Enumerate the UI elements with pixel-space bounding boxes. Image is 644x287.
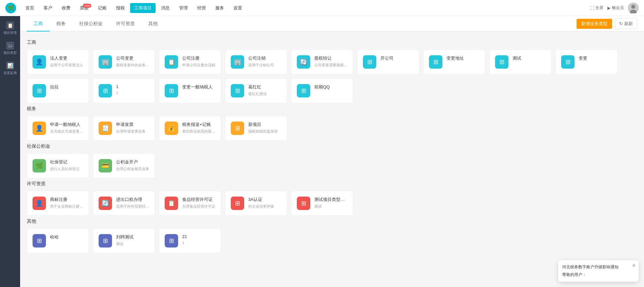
card-icon-3a-cert: ⊞ [231, 197, 244, 210]
nav-item-manage[interactable]: 管理 [175, 3, 192, 13]
card-num21[interactable]: ⊞211 [159, 228, 221, 253]
card-title-trademark: 商标注册 [50, 197, 83, 203]
card-pre-qq[interactable]: ⊞前期QQ [291, 78, 353, 103]
card-num1[interactable]: ⊞11 [93, 78, 155, 103]
nav-item-settings[interactable]: 设置 [229, 3, 246, 13]
sidebar-label-project-type: 项目类型 [3, 51, 17, 55]
card-title-test1: 测试 [513, 55, 546, 61]
page-content: 工商👤法人变更适用于公司变更法人🏢公司变更股权变更外的业务变更📋公司注册申请公司… [20, 31, 644, 261]
nav-item-ledger[interactable]: 记账 [94, 3, 111, 13]
sidebar-icon-progress: 📊 [6, 62, 14, 70]
card-info-fund-open: 公积金开户办理公积金相关业务 [116, 159, 149, 171]
card-desc-num21: 1 [182, 240, 215, 245]
card-info-food-license: 食品经营许可证办理食品经营许可证 [182, 197, 215, 209]
sidebar: 📋项目管理🗂项目类型📊进度监测 [0, 16, 20, 287]
svg-text:🌿: 🌿 [7, 5, 14, 11]
card-icon-change-taxpayer: ⊞ [165, 84, 178, 97]
card-trademark[interactable]: 👤商标注册用于企业商标注册服务 [27, 191, 89, 216]
nav-item-billing[interactable]: 收费 [58, 3, 74, 13]
card-mohong[interactable]: ⊞葛红红葛红红测试 [225, 78, 287, 103]
card-title-new-project: 新项目 [248, 122, 281, 128]
fullscreen-btn[interactable]: ⛶ 全屏 [590, 5, 603, 11]
card-info-social-register: 社保登记进行人员社保登记 [50, 159, 83, 171]
card-icon-num21: ⊞ [165, 234, 178, 247]
card-social-register[interactable]: 🌿社保登记进行人员社保登记 [27, 153, 89, 178]
tab-gongshang[interactable]: 工商 [27, 16, 50, 31]
card-title-equity-transfer: 股权转让 [314, 55, 347, 61]
card-lala[interactable]: ⊞拉拉 [27, 78, 89, 103]
nav-item-bizproject[interactable]: 工商项目 [130, 3, 156, 13]
card-desc-fund-open: 办理公积金相关业务 [116, 166, 149, 171]
new-type-button[interactable]: 新增业务类型 [577, 19, 612, 29]
card-info-change-address: 变更地址 [446, 55, 480, 63]
nav-item-home[interactable]: 首页 [21, 3, 38, 13]
card-haha[interactable]: ⊞哈哈 [27, 228, 89, 253]
nav-item-invoice[interactable]: 票据new [76, 3, 93, 13]
card-info-num21: 211 [182, 234, 215, 245]
top-nav: 🌿 首页客户收费票据new记账报税工商项目消息管理经营服务设置 ⛶ 全屏 ▶ 畅… [0, 0, 644, 16]
card-icon-apply-invoice: 🧾 [99, 122, 112, 135]
card-info-lala: 拉拉 [50, 84, 83, 91]
card-tax-report-ledger[interactable]: 💰税务报道+记账拿到营业执照的新公司 [159, 116, 221, 141]
card-company-cancel[interactable]: 🏢公司注销适用于注销公司 [225, 50, 287, 74]
card-fund-open[interactable]: 💳公积金开户办理公积金相关业务 [93, 153, 155, 178]
card-icon-lala: ⊞ [33, 84, 46, 97]
notification-title: 河北税务数字账户升级影响通知 [562, 264, 635, 270]
card-new-project[interactable]: ⊞新项目报税加税控盘保管 [225, 116, 287, 141]
card-company-register[interactable]: 📋公司注册申请公司注册全流程 [159, 50, 221, 74]
card-3a-cert[interactable]: ⊞3A认证对企业信誉评级 [225, 191, 287, 216]
card-desc-food-license: 办理食品经营许可证 [182, 204, 215, 209]
card-test-type[interactable]: ⊞测试项目类型目定义测试 [291, 191, 353, 216]
cards-grid-shebao: 🌿社保登记进行人员社保登记💳公积金开户办理公积金相关业务 [27, 153, 637, 178]
card-desc-legal-change: 适用于公司变更法人 [50, 63, 83, 68]
card-title-tax-report-ledger: 税务报道+记账 [182, 122, 215, 128]
nav-badge-invoice: new [83, 4, 91, 8]
tab-other[interactable]: 其他 [142, 16, 164, 31]
card-change2[interactable]: ⊞变更 [555, 50, 618, 74]
sidebar-item-project-mgmt[interactable]: 📋项目管理 [1, 19, 19, 38]
card-info-import-export: 进出口权办理适用于对外贸易经营者 [116, 197, 149, 209]
cards-grid-other: ⊞哈哈⊞刘聘测试测试⊞211 [27, 228, 637, 253]
avatar[interactable] [628, 3, 639, 13]
tab-shebao[interactable]: 社保公积金 [72, 16, 109, 31]
card-company-change[interactable]: 🏢公司变更股权变更外的业务变更 [93, 50, 155, 74]
refresh-button[interactable]: ↻ 刷新 [615, 18, 637, 29]
tab-xuke[interactable]: 许可资质 [109, 16, 142, 31]
card-desc-tax-report-ledger: 拿到营业执照的新公司 [182, 129, 215, 134]
sidebar-item-progress[interactable]: 📊进度监测 [1, 59, 19, 78]
nav-item-service[interactable]: 服务 [211, 3, 228, 13]
nav-item-tax[interactable]: 报税 [112, 3, 129, 13]
nav-item-message[interactable]: 消息 [157, 3, 174, 13]
card-desc-new-project: 报税加税控盘保管 [248, 129, 281, 134]
card-open-company[interactable]: ⊞开公司 [357, 50, 419, 74]
card-info-new-project: 新项目报税加税控盘保管 [248, 122, 281, 134]
card-title-apply-invoice: 申请发票 [116, 122, 149, 128]
card-legal-change[interactable]: 👤法人变更适用于公司变更法人 [27, 50, 89, 74]
logo-icon[interactable]: 🌿 [5, 3, 16, 13]
tab-bar-right: 新增业务类型 ↻ 刷新 [577, 18, 637, 29]
card-title-haha: 哈哈 [50, 234, 83, 240]
card-title-company-cancel: 公司注销 [248, 55, 281, 61]
notification-close-btn[interactable]: ✕ [632, 263, 636, 268]
main-layout: 📋项目管理🗂项目类型📊进度监测 工商税务社保公积金许可资质其他 新增业务类型 ↻… [0, 16, 644, 287]
card-icon-test1: ⊞ [495, 55, 508, 69]
nav-item-operation[interactable]: 经营 [193, 3, 210, 13]
card-apply-taxpayer[interactable]: 👤申请一般纳税人当月或次月成变更完成 [27, 116, 89, 141]
card-food-license[interactable]: 📋食品经营许可证办理食品经营许可证 [159, 191, 221, 216]
card-equity-transfer[interactable]: 🔄股权转让公司变更需要股权转让 [291, 50, 353, 74]
tab-shuiwu[interactable]: 税务 [50, 16, 72, 31]
card-change-taxpayer[interactable]: ⊞变更一般纳税人 [159, 78, 221, 103]
card-apply-invoice[interactable]: 🧾申请发票办理申请发票业务 [93, 116, 155, 141]
card-liupeng-test[interactable]: ⊞刘聘测试测试 [93, 228, 155, 253]
card-title-company-register: 公司注册 [182, 55, 215, 61]
card-title-change-address: 变更地址 [446, 55, 480, 61]
card-title-apply-taxpayer: 申请一般纳税人 [50, 122, 83, 128]
card-title-num21: 21 [182, 234, 215, 239]
nav-item-client[interactable]: 客户 [40, 3, 56, 13]
cards-grid-gongshang: 👤法人变更适用于公司变更法人🏢公司变更股权变更外的业务变更📋公司注册申请公司注册… [27, 50, 637, 103]
card-import-export[interactable]: 🔄进出口权办理适用于对外贸易经营者 [93, 191, 155, 216]
card-test1[interactable]: ⊞测试 [489, 50, 551, 74]
sidebar-item-project-type[interactable]: 🗂项目类型 [1, 39, 19, 58]
card-change-address[interactable]: ⊞变更地址 [423, 50, 485, 74]
member-btn[interactable]: ▶ 畅会员 [607, 5, 624, 11]
